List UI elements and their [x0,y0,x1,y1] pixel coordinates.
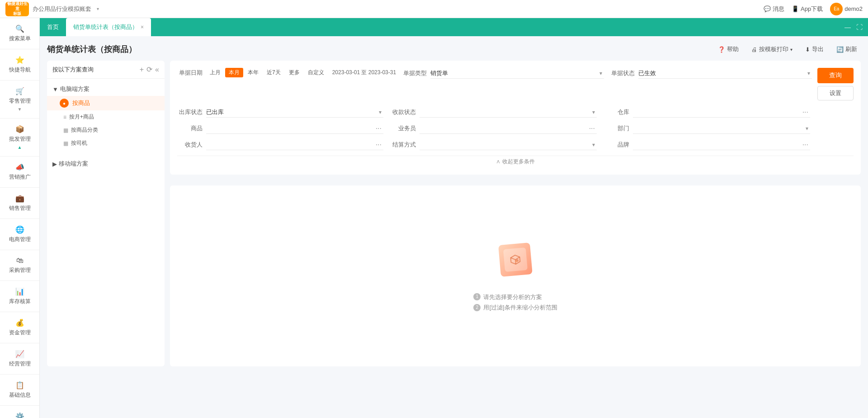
sidebar-item-retail[interactable]: 🛒 零售管理 ▼ [0,81,39,119]
sidebar-wholesale-label: 批发管理 [9,135,31,143]
date-label: 单据日期 [177,69,203,77]
mobile-scheme-group: ▶ 移动端方案 [47,153,165,174]
tab-close-button[interactable]: × [141,24,144,30]
brand-input[interactable] [633,139,810,150]
tab-home[interactable]: 首页 [40,18,66,36]
user-name: demo2 [844,5,863,12]
filter-salesperson: 业务员 ··· [391,123,597,134]
export-label: 导出 [812,45,824,53]
period-custom[interactable]: 自定义 [304,68,328,77]
sidebar-item-system[interactable]: ⚙️ 系统管理 [0,406,39,418]
tab-active[interactable]: 销货单统计表（按商品） × [66,18,151,36]
sidebar-item-search[interactable]: 🔍 搜索菜单 [0,18,39,49]
sidebar-item-inventory[interactable]: 📊 库存核算 [0,281,39,312]
scheme-item-by-category[interactable]: ▦ 按商品分类 [47,124,165,137]
empty-state: 请先选择要分析的方案 用[过滤]条件来缩小分析范围 [455,221,575,331]
message-button[interactable]: 💬 消息 [764,5,784,13]
period-last-month[interactable]: 上月 [206,68,224,77]
department-input[interactable] [633,123,810,134]
sidebar-item-sales[interactable]: 💼 销售管理 [0,188,39,219]
page-actions: ❓ 帮助 🖨 按模板打印 ▾ ⬇ 导出 🔄 [714,43,861,55]
print-icon: 🖨 [751,46,757,53]
warehouse-ellipsis[interactable]: ··· [802,108,808,116]
refresh-label: 刷新 [845,45,857,53]
logo-text: 畅捷通好生意 [5,1,29,11]
sidebar-item-purchase[interactable]: 🛍 采购管理 [0,250,39,281]
receiver-input[interactable] [206,139,383,150]
sidebar-item-basics[interactable]: 📋 基础信息 [0,375,39,406]
filter-receipt-status: 收款状态 ▾ [391,107,597,118]
empty-text-1: 请先选择要分析的方案 [473,292,557,302]
help-label: 帮助 [727,45,739,53]
user-profile[interactable]: Ea demo2 [830,3,863,15]
receipt-status-input[interactable] [420,107,597,118]
salesperson-ellipsis[interactable]: ··· [589,124,595,133]
mobile-group-header[interactable]: ▶ 移动端方案 [47,157,165,171]
collapse-panel-button[interactable]: « [155,66,159,74]
scheme-by-driver-label: 按司机 [71,139,87,147]
query-button[interactable]: 查询 [817,68,854,83]
brand-ellipsis[interactable]: ··· [802,141,808,149]
receiver-ellipsis[interactable]: ··· [376,141,382,149]
breadcrumb-arrow[interactable]: ▾ [97,6,99,11]
receiver-label: 收货人 [177,141,203,149]
sidebar-search-label: 搜索菜单 [9,35,31,43]
date-range-display: 2023-03-01 至 2023-03-31 [332,69,396,76]
operations-icon: 📈 [15,350,24,358]
box-svg [509,254,521,266]
goods-ellipsis[interactable]: ··· [376,124,382,133]
finance-icon: 💰 [15,318,24,327]
top-bar-right: 💬 消息 📱 App下载 Ea demo2 [764,3,863,15]
print-button[interactable]: 🖨 按模板打印 ▾ [748,43,796,55]
refresh-scheme-button[interactable]: ⟳ [146,65,152,74]
sidebar-item-finance[interactable]: 💰 资金管理 [0,312,39,343]
refresh-button[interactable]: 🔄 刷新 [833,43,861,55]
period-more[interactable]: 更多 [285,68,303,77]
warehouse-input[interactable] [633,107,810,118]
empty-state-panel: 请先选择要分析的方案 用[过滤]条件来缩小分析范围 [170,185,861,366]
tab-maximize-button[interactable]: ⛶ [854,22,864,33]
scheme-item-by-month-product[interactable]: ≡ 按月+商品 [47,110,165,124]
help-button[interactable]: ❓ 帮助 [714,43,742,55]
sidebar-item-operations[interactable]: 📈 经营管理 [0,343,39,375]
scheme-item-by-driver[interactable]: ▦ 按司机 [47,137,165,150]
sidebar-operations-label: 经营管理 [9,360,31,368]
active-tab-label: 销货单统计表（按商品） [73,23,138,31]
doc-type-input[interactable] [430,68,604,79]
add-scheme-button[interactable]: + [140,66,144,74]
doc-status-input[interactable] [638,68,812,79]
goods-input[interactable] [206,123,383,134]
period-this-month[interactable]: 本月 [225,68,243,77]
period-7days[interactable]: 近7天 [263,68,284,77]
payment-method-input[interactable] [420,139,597,150]
empty-text-list: 请先选择要分析的方案 用[过滤]条件来缩小分析范围 [473,292,557,313]
search-icon: 🔍 [15,24,24,33]
salesperson-input[interactable] [420,123,597,134]
period-this-year[interactable]: 本年 [244,68,262,77]
sidebar-inventory-label: 库存核算 [9,298,31,305]
scheme-by-month-product-label: 按月+商品 [69,113,94,121]
export-button[interactable]: ⬇ 导出 [802,43,827,55]
wholesale-icon: 📦 [15,125,24,133]
scheme-item-by-product[interactable]: ● 按商品 [47,96,165,110]
page-title: 销货单统计表（按商品） [47,44,137,55]
empty-box [498,242,533,277]
sidebar-item-ecommerce[interactable]: 🌐 电商管理 [0,219,39,250]
left-panel: 按以下方案查询 + ⟳ « ▼ 电脑端方案 [47,61,165,366]
desktop-group-arrow: ▼ [52,86,58,93]
retail-expand-icon: ▼ [18,107,22,112]
collapse-button[interactable]: ∧ 收起更多条件 [496,158,534,166]
sidebar-finance-label: 资金管理 [9,329,31,337]
sidebar-item-marketing[interactable]: 📣 营销推广 [0,157,39,188]
doc-type-label: 单据类型 [401,69,427,77]
sidebar-item-wholesale[interactable]: 📦 批发管理 ▲ [0,119,39,157]
app-download-button[interactable]: 📱 App下载 [792,5,823,13]
sales-icon: 💼 [15,194,24,203]
export-icon: ⬇ [805,46,810,53]
out-status-input[interactable] [206,107,383,118]
print-label: 按模板打印 [759,45,788,53]
desktop-group-header[interactable]: ▼ 电脑端方案 [47,82,165,96]
settings-button[interactable]: 设置 [817,86,854,100]
sidebar-item-quicknav[interactable]: ⭐ 快捷导航 [0,49,39,81]
tab-minimize-button[interactable]: — [843,22,853,33]
